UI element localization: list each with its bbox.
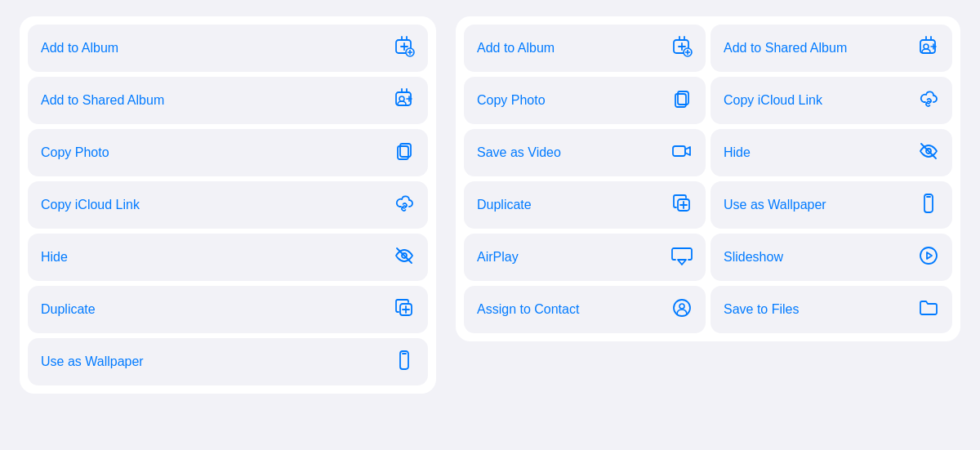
use-as-wallpaper-g[interactable]: Use as Wallpaper <box>710 181 952 229</box>
save-as-video-label: Save as Video <box>477 145 561 160</box>
slideshow-icon <box>918 245 939 270</box>
duplicate-label: Duplicate <box>41 302 96 317</box>
add-to-shared-album-label: Add to Shared Album <box>41 93 164 108</box>
add-to-album[interactable]: Add to Album <box>28 25 428 72</box>
hide-g-label: Hide <box>724 145 751 160</box>
use-as-wallpaper-g-label: Use as Wallpaper <box>724 198 826 212</box>
add-to-album-g[interactable]: Add to Album <box>464 25 706 72</box>
copy-icloud-link-g-label: Copy iCloud Link <box>724 93 822 108</box>
assign-to-contact-label: Assign to Contact <box>477 302 579 317</box>
duplicate[interactable]: Duplicate <box>28 286 428 333</box>
add-album-icon <box>671 36 693 60</box>
use-as-wallpaper-label: Use as Wallpaper <box>41 354 144 369</box>
hide-icon <box>394 245 415 270</box>
copy-icloud-link-g[interactable]: Copy iCloud Link <box>710 77 952 124</box>
copy-photo-icon <box>671 88 693 113</box>
copy-photo-label: Copy Photo <box>41 145 109 160</box>
copy-photo-icon <box>394 140 415 165</box>
slideshow-label: Slideshow <box>724 250 783 265</box>
slideshow[interactable]: Slideshow <box>710 234 952 281</box>
files-icon <box>918 297 939 322</box>
wallpaper-icon <box>394 350 415 374</box>
save-to-files[interactable]: Save to Files <box>710 286 952 333</box>
shared-album-icon <box>394 88 415 113</box>
copy-icloud-link[interactable]: Copy iCloud Link <box>28 181 428 229</box>
airplay-label: AirPlay <box>477 250 519 265</box>
add-album-icon <box>394 36 415 60</box>
wallpaper-icon <box>918 193 939 217</box>
copy-photo-g-label: Copy Photo <box>477 93 546 108</box>
duplicate-g-label: Duplicate <box>477 198 532 212</box>
add-to-shared-album-g[interactable]: Add to Shared Album <box>710 25 952 72</box>
left-panel: Add to AlbumAdd to Shared AlbumCopy Phot… <box>20 16 436 394</box>
shared-album-icon <box>918 36 939 60</box>
duplicate-icon <box>671 193 693 217</box>
grid-panel: Add to AlbumAdd to Shared AlbumCopy Phot… <box>456 16 960 341</box>
add-to-shared-album-g-label: Add to Shared Album <box>724 41 847 56</box>
hide[interactable]: Hide <box>28 234 428 281</box>
airplay-icon <box>671 245 693 270</box>
use-as-wallpaper[interactable]: Use as Wallpaper <box>28 338 428 385</box>
duplicate-icon <box>394 297 415 322</box>
add-to-album-label: Add to Album <box>41 41 118 56</box>
hide-icon <box>918 140 939 165</box>
hide-label: Hide <box>41 250 68 265</box>
assign-to-contact[interactable]: Assign to Contact <box>464 286 706 333</box>
video-icon <box>671 140 693 165</box>
add-to-shared-album[interactable]: Add to Shared Album <box>28 77 428 124</box>
hide-g[interactable]: Hide <box>710 129 952 176</box>
copy-photo[interactable]: Copy Photo <box>28 129 428 176</box>
copy-icloud-link-label: Copy iCloud Link <box>41 198 140 212</box>
save-to-files-label: Save to Files <box>724 302 799 317</box>
contact-icon <box>671 297 693 322</box>
add-to-album-g-label: Add to Album <box>477 41 555 56</box>
duplicate-g[interactable]: Duplicate <box>464 181 706 229</box>
icloud-link-icon <box>394 193 415 217</box>
airplay[interactable]: AirPlay <box>464 234 706 281</box>
copy-photo-g[interactable]: Copy Photo <box>464 77 706 124</box>
save-as-video[interactable]: Save as Video <box>464 129 706 176</box>
icloud-link-icon <box>918 88 939 113</box>
